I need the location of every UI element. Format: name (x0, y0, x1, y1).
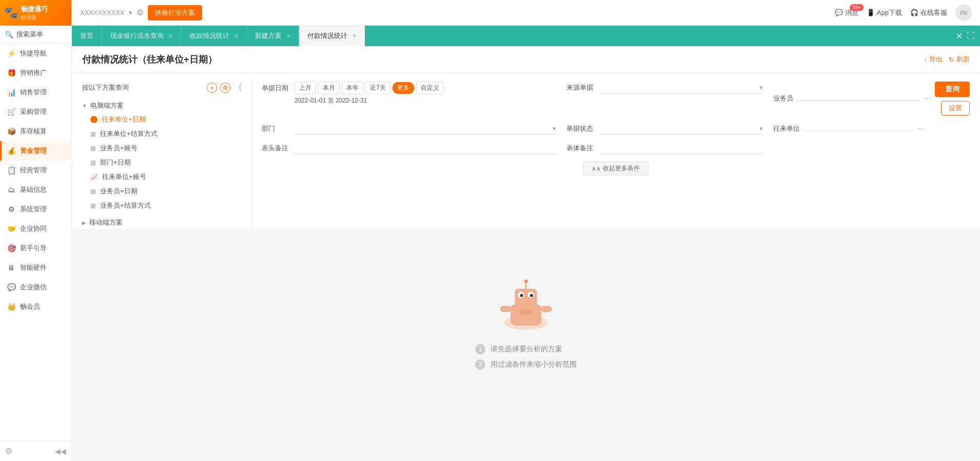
date-btn-7days[interactable]: 近7天 (365, 82, 390, 94)
refresh-btn[interactable]: ↻ 刷新 (949, 55, 970, 64)
date-btn-custom[interactable]: 自定义 (416, 82, 444, 94)
tab-receipt-stats[interactable]: 收款情况统计 × (181, 26, 247, 46)
svg-point-8 (530, 294, 533, 297)
enterprise-icon: 🤝 (7, 224, 16, 233)
tab-new-scheme-close[interactable]: × (287, 32, 290, 39)
scheme-add-icon[interactable]: + (207, 83, 217, 93)
sidebar-item-label: 资金管理 (20, 146, 47, 155)
tab-payment-stats-close[interactable]: × (352, 32, 356, 39)
sidebar-item-label: 新手引导 (20, 244, 47, 253)
scheme-collapse-icon[interactable]: 《 (233, 82, 243, 94)
hint-text-2: 用过滤条件来缩小分析范围 (491, 360, 577, 369)
salesperson-dots[interactable]: ··· (924, 94, 931, 103)
user-avatar[interactable]: Rit (955, 5, 972, 21)
sidebar-item-membership[interactable]: 👑 畅会员 (0, 297, 71, 316)
date-controls: 上月 本月 本年 近7天 更多 自定义 2022-01-01 至 2022-12… (295, 82, 444, 105)
sidebar-item-enterprise[interactable]: 🤝 企业协同 (0, 219, 71, 238)
sidebar-item-system[interactable]: ⚙ 系统管理 (0, 199, 71, 219)
sidebar-item-label: 营销推广 (20, 68, 47, 77)
collapse-btn[interactable]: ∧∧ 收起更多条件 (583, 162, 649, 175)
table-icon: ▦ (90, 145, 96, 152)
date-btn-this-year[interactable]: 本年 (342, 82, 363, 94)
doc-status-select[interactable]: ▾ (599, 123, 763, 135)
sidebar-item-guide[interactable]: 🎯 新手引导 (0, 238, 71, 258)
tab-payment-stats-label: 付款情况统计 (307, 31, 347, 41)
source-dropdown-icon: ▾ (759, 84, 763, 91)
topbar-gear-icon[interactable]: ⚙ (136, 8, 144, 17)
scheme-gear-icon[interactable]: ⚙ (220, 83, 230, 93)
scheme-item-active-icon (90, 116, 97, 123)
dept-select[interactable]: ▾ (295, 123, 556, 135)
filter-row-1: 单据日期 上月 本月 本年 近7天 更多 自定义 20 (262, 82, 970, 115)
scheme-item-unit-settlement[interactable]: ▦ 往来单位+结算方式 (82, 127, 243, 141)
sidebar-item-operations[interactable]: 📋 经营管理 (0, 161, 71, 180)
online-service-item[interactable]: 🎧 在线客服 (910, 8, 947, 17)
export-btn[interactable]: ↑ 导出 (924, 55, 943, 64)
date-btn-this-month[interactable]: 本月 (318, 82, 340, 94)
sidebar-item-sales[interactable]: 📊 销售管理 (0, 83, 71, 102)
setting-btn[interactable]: 设置 (941, 101, 970, 115)
tab-expand-icon[interactable]: ⛶ (967, 31, 975, 41)
main-area: XXXXXXXXXX ▾ ⚙ 体验行业方案 💬 消息 99+ 📱 App下载 🎧… (72, 0, 980, 461)
logo-icon: 🐾 (4, 6, 18, 19)
filter-main: 单据日期 上月 本月 本年 近7天 更多 自定义 20 (251, 82, 970, 229)
quick-nav-icon: ⚡ (7, 49, 16, 58)
counterpart-dots[interactable]: ··· (918, 124, 925, 133)
scheme-item-unit-account[interactable]: 📈 往来单位+账号 (82, 170, 243, 184)
sidebar-item-hardware[interactable]: 🖥 智能硬件 (0, 258, 71, 277)
counterpart-input[interactable] (804, 127, 914, 131)
guide-icon: 🎯 (7, 244, 16, 253)
edition-label: 标准版 (21, 14, 48, 21)
app-download-item[interactable]: 📱 App下载 (867, 8, 902, 17)
body-note-label: 表体备注 (566, 144, 595, 153)
scheme-actions: + ⚙ 《 (207, 82, 243, 94)
sidebar-item-purchase[interactable]: 🛒 采购管理 (0, 102, 71, 122)
query-area: 查询 设置 (935, 82, 970, 115)
settings-footer-icon[interactable]: ⚙ (5, 446, 12, 456)
search-menu-item[interactable]: 🔍 搜索菜单 (0, 26, 71, 44)
topbar-dropdown-icon[interactable]: ▾ (129, 9, 132, 16)
tab-close-all-icon[interactable]: ✕ (956, 31, 963, 41)
salesperson-label: 业务员 (773, 94, 793, 103)
search-icon: 🔍 (5, 31, 13, 38)
sidebar-item-inventory[interactable]: 📦 库存核算 (0, 122, 71, 141)
tab-home[interactable]: 首页 (72, 26, 102, 46)
tab-payment-stats[interactable]: 付款情况统计 × (299, 26, 365, 46)
sidebar-item-wechat[interactable]: 💬 企业微信 (0, 277, 71, 297)
scheme-item-dept-date[interactable]: ▦ 部门+日期 (82, 155, 243, 170)
date-btn-last-month[interactable]: 上月 (295, 82, 316, 94)
tab-bank-flow-close[interactable]: × (169, 32, 172, 39)
salesperson-input[interactable] (797, 96, 920, 101)
sidebar: 🐾 畅捷通巧 标准版 🔍 搜索菜单 ⚡ 快捷导航 🎁 营销推广 📊 销售管理 🛒… (0, 0, 72, 461)
sidebar-item-basic-info[interactable]: 🗂 基础信息 (0, 180, 71, 199)
svg-point-7 (520, 294, 523, 297)
search-menu-label: 搜索菜单 (16, 30, 43, 39)
query-btn[interactable]: 查询 (935, 82, 970, 97)
sidebar-item-label: 系统管理 (20, 205, 47, 214)
scheme-group-mobile-header[interactable]: ▶ 移动端方案 (82, 216, 243, 229)
date-btn-more[interactable]: 更多 (393, 82, 414, 94)
trial-btn[interactable]: 体验行业方案 (148, 5, 202, 21)
body-note-input[interactable] (599, 142, 763, 154)
tab-new-scheme[interactable]: 新建方案 × (247, 26, 299, 46)
tab-bank-flow-label: 现金银行流水查询 (110, 31, 164, 41)
collapse-sidebar-icon[interactable]: ◀◀ (55, 447, 66, 455)
headset-icon: 🎧 (910, 9, 918, 16)
sidebar-item-marketing[interactable]: 🎁 营销推广 (0, 63, 71, 83)
sidebar-item-capital[interactable]: 💰 资金管理 (0, 141, 71, 161)
tab-receipt-stats-close[interactable]: × (234, 32, 238, 39)
line-chart-icon: 📈 (90, 173, 98, 181)
tab-bank-flow[interactable]: 现金银行流水查询 × (102, 26, 181, 46)
scheme-item-salesperson-date[interactable]: ▦ 业务员+日期 (82, 184, 243, 198)
basic-info-icon: 🗂 (7, 185, 16, 194)
notifications-item[interactable]: 💬 消息 99+ (835, 8, 858, 17)
scheme-group-pc-header[interactable]: ▼ 电脑端方案 (82, 99, 243, 112)
scheme-item-salesperson-settlement[interactable]: ▦ 业务员+结算方式 (82, 198, 243, 213)
inventory-icon: 📦 (7, 127, 16, 136)
scheme-group-pc-label: 电脑端方案 (90, 101, 124, 110)
sidebar-item-quick-nav[interactable]: ⚡ 快捷导航 (0, 44, 71, 63)
source-select[interactable]: ▾ (599, 82, 763, 94)
scheme-item-salesperson-account[interactable]: ▦ 业务员+账号 (82, 141, 243, 155)
header-note-input[interactable] (295, 142, 556, 154)
scheme-item-unit-date[interactable]: 往来单位+日期 (82, 112, 243, 127)
